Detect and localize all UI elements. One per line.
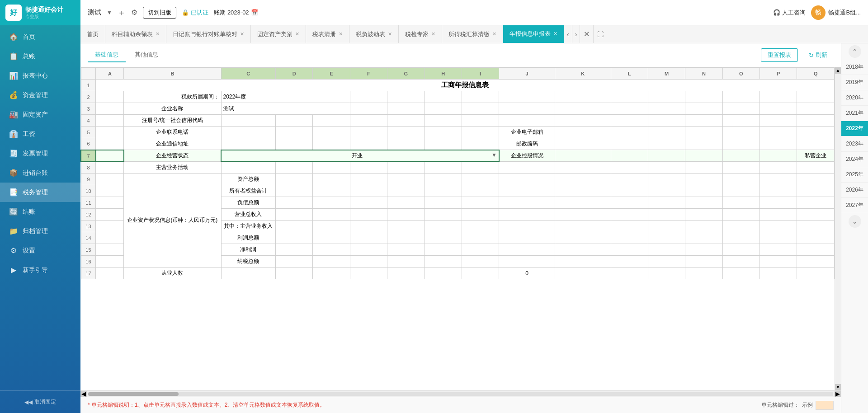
- cell-8-k[interactable]: [555, 162, 611, 174]
- cell-14-p[interactable]: [760, 232, 797, 244]
- cell-8-i[interactable]: [462, 162, 499, 174]
- cell-13-d[interactable]: [276, 221, 313, 232]
- cell-16-a[interactable]: [96, 256, 124, 268]
- cell-2-q[interactable]: [797, 91, 835, 103]
- cell-13-m[interactable]: [648, 221, 685, 232]
- cell-11-l[interactable]: [611, 197, 648, 209]
- cell-3-k[interactable]: [555, 103, 611, 115]
- cell-17-n[interactable]: [685, 268, 722, 279]
- cell-12-q[interactable]: [797, 209, 835, 221]
- cell-4-c[interactable]: [221, 115, 276, 127]
- cell-2-i[interactable]: [462, 91, 499, 103]
- sidebar-item-settlement[interactable]: 🔄 结账: [0, 202, 80, 221]
- sidebar-item-assets[interactable]: 🏭 固定资产: [0, 105, 80, 124]
- cell-10-k[interactable]: [555, 185, 611, 197]
- cell-8-c[interactable]: [221, 162, 276, 174]
- cell-3-m[interactable]: [648, 103, 685, 115]
- col-c[interactable]: C: [221, 68, 276, 80]
- cell-17-p[interactable]: [760, 268, 797, 279]
- cell-9-i[interactable]: [462, 174, 499, 185]
- cell-17-g[interactable]: [387, 268, 425, 279]
- cell-2-o[interactable]: [722, 91, 760, 103]
- tab-auxiliary[interactable]: 科目辅助余额表 ✕: [105, 25, 166, 43]
- switch-version-btn[interactable]: 切到旧版: [143, 7, 176, 19]
- cell-9-q[interactable]: [797, 174, 835, 185]
- tab-taxform-close[interactable]: ✕: [339, 31, 343, 37]
- cell-9-o[interactable]: [722, 174, 760, 185]
- sub-tab-other[interactable]: 其他信息: [127, 48, 165, 62]
- sidebar-item-archive[interactable]: 📁 归档管理: [0, 221, 80, 241]
- cell-4-q[interactable]: [797, 115, 835, 127]
- sidebar-item-capital[interactable]: 💰 资金管理: [0, 85, 80, 105]
- cell-14-q[interactable]: [797, 232, 835, 244]
- cell-11-o[interactable]: [722, 197, 760, 209]
- cell-11-f[interactable]: [350, 197, 387, 209]
- cell-14-a[interactable]: [96, 232, 124, 244]
- cell-15-j[interactable]: [499, 244, 555, 256]
- col-l[interactable]: L: [611, 68, 648, 80]
- cell-15-l[interactable]: [611, 244, 648, 256]
- cell-13-i[interactable]: [462, 221, 499, 232]
- cell-2-n[interactable]: [685, 91, 722, 103]
- cell-6-c[interactable]: [221, 138, 276, 150]
- cell-12-n[interactable]: [685, 209, 722, 221]
- cell-12-o[interactable]: [722, 209, 760, 221]
- spreadsheet-scroll[interactable]: A B C D E F G H I J: [80, 67, 835, 390]
- col-q[interactable]: Q: [797, 68, 835, 80]
- cell-9-p[interactable]: [760, 174, 797, 185]
- cell-6-m[interactable]: [648, 138, 685, 150]
- cell-7-l[interactable]: [611, 150, 648, 162]
- cell-16-f[interactable]: [350, 256, 387, 268]
- cell-17-o[interactable]: [722, 268, 760, 279]
- cell-6-i[interactable]: [462, 138, 499, 150]
- cell-6-a[interactable]: [96, 138, 124, 150]
- cell-14-e[interactable]: [313, 232, 350, 244]
- cell-4-p[interactable]: [760, 115, 797, 127]
- cell-8-p[interactable]: [760, 162, 797, 174]
- cell-17-j-value[interactable]: 0: [499, 268, 555, 279]
- cell-11-d[interactable]: [276, 197, 313, 209]
- cell-9-f[interactable]: [350, 174, 387, 185]
- cell-3-q[interactable]: [797, 103, 835, 115]
- cell-5-l[interactable]: [611, 127, 648, 138]
- cell-14-m[interactable]: [648, 232, 685, 244]
- cell-15-k[interactable]: [555, 244, 611, 256]
- cell-13-l[interactable]: [611, 221, 648, 232]
- cell-8-q[interactable]: [797, 162, 835, 174]
- cell-4-k[interactable]: [555, 115, 611, 127]
- cell-6-h[interactable]: [425, 138, 462, 150]
- sheet-title-cell[interactable]: 工商年报信息表: [96, 80, 835, 91]
- tab-taxform[interactable]: 税表清册 ✕: [306, 25, 349, 43]
- sidebar-item-settings[interactable]: ⚙ 设置: [0, 241, 80, 260]
- hscroll-left-btn[interactable]: ◀: [80, 391, 87, 397]
- cell-11-k[interactable]: [555, 197, 611, 209]
- year-scroll-down-btn[interactable]: ⌄: [849, 215, 861, 228]
- cell-2-j[interactable]: [499, 91, 555, 103]
- cell-10-o[interactable]: [722, 185, 760, 197]
- cell-4-d[interactable]: [276, 115, 313, 127]
- cell-7-a[interactable]: [96, 150, 124, 162]
- cell-10-a[interactable]: [96, 185, 124, 197]
- cell-11-i[interactable]: [462, 197, 499, 209]
- cell-8-n[interactable]: [685, 162, 722, 174]
- cell-5-e[interactable]: [313, 127, 350, 138]
- tab-journal[interactable]: 日记账与银行对账单核对 ✕: [166, 25, 251, 43]
- cell-8-e[interactable]: [313, 162, 350, 174]
- cell-2-c[interactable]: 2022年度: [221, 91, 350, 103]
- cell-11-e[interactable]: [313, 197, 350, 209]
- cell-17-k[interactable]: [555, 268, 611, 279]
- vscroll-bar[interactable]: ▲ ▼: [835, 67, 841, 390]
- cell-14-n[interactable]: [685, 232, 722, 244]
- cell-7-q[interactable]: 私营企业: [797, 150, 835, 162]
- cell-15-a[interactable]: [96, 244, 124, 256]
- cell-5-h[interactable]: [425, 127, 462, 138]
- cell-10-e[interactable]: [313, 185, 350, 197]
- cell-5-i[interactable]: [462, 127, 499, 138]
- year-scroll-up-btn[interactable]: ⌃: [849, 45, 861, 58]
- sidebar-item-purchase[interactable]: 📦 进销台账: [0, 163, 80, 183]
- cell-15-p[interactable]: [760, 244, 797, 256]
- cell-13-e[interactable]: [313, 221, 350, 232]
- cell-16-l[interactable]: [611, 256, 648, 268]
- cell-6-k[interactable]: [555, 138, 611, 150]
- sidebar-item-home[interactable]: 🏠 首页: [0, 27, 80, 47]
